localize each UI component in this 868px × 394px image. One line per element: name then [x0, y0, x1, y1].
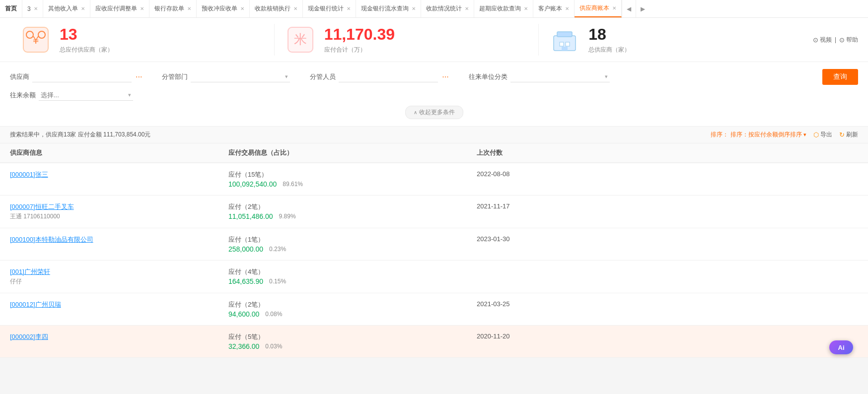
refresh-button[interactable]: ↻ 刷新	[839, 131, 858, 139]
chevron-down-icon[interactable]: ▾	[603, 73, 610, 80]
person-dots[interactable]: ···	[442, 72, 448, 81]
col-header-transaction: 应付交易信息（占比）	[228, 148, 477, 157]
chevron-down-icon[interactable]: ▾	[803, 131, 806, 137]
supplier-link[interactable]: [000012]广州贝瑞	[10, 300, 228, 309]
chevron-down-icon[interactable]: ▾	[126, 92, 133, 98]
tx-amount[interactable]: 32,366.00	[228, 342, 259, 350]
nav-prev-arrow[interactable]: ◀	[622, 0, 636, 17]
tx-amount[interactable]: 11,051,486.00	[228, 212, 273, 220]
payable-suppliers-label: 总应付供应商（家）	[60, 46, 113, 54]
close-icon[interactable]: ✕	[140, 6, 144, 11]
close-icon[interactable]: ✕	[612, 5, 616, 11]
svg-text:米: 米	[294, 32, 307, 47]
close-icon[interactable]: ✕	[524, 6, 528, 11]
supplier-link[interactable]: [000007]恒旺二手叉车	[10, 202, 228, 211]
col-header-supplier: 供应商信息	[10, 148, 228, 157]
supplier-link[interactable]: [000002]李四	[10, 332, 228, 341]
tx-amount[interactable]: 94,600.00	[228, 310, 259, 318]
nav-tab-home[interactable]: 首页	[0, 0, 22, 17]
supplier-dots[interactable]: ···	[136, 72, 142, 81]
payable-total-number: 11,170.39	[324, 25, 395, 44]
result-actions: 排序： 排序：按应付余额倒序排序 ▾ ⬡ 导出 ↻ 刷新	[711, 131, 858, 139]
dept-select[interactable]: ▾	[191, 71, 290, 82]
supplier-link[interactable]: [000100]本特勒油品有限公司	[10, 235, 228, 244]
export-label: 导出	[820, 131, 832, 139]
table-header: 供应商信息 应付交易信息（占比） 上次付数	[0, 143, 868, 163]
nav-tab-bank-deposit[interactable]: 银行存款单 ✕	[149, 0, 197, 17]
nav-tab-customer-ledger[interactable]: 客户账本 ✕	[533, 0, 575, 17]
close-icon[interactable]: ✕	[347, 6, 351, 11]
dept-label: 分管部门	[162, 72, 188, 81]
last-pay-cell: 2022-08-08	[477, 170, 858, 178]
nav-tab-pre-receive-label: 预收冲应收单	[202, 4, 237, 13]
nav-tab-receipt-stat[interactable]: 收款情况统计 ✕	[421, 0, 474, 17]
nav-tab-overdue-label: 超期应收款查询	[479, 4, 521, 13]
nav-tab-bank-deposit-label: 银行存款单	[154, 4, 184, 13]
tx-label: 应付（4笔）	[228, 267, 477, 276]
last-pay-cell: 2021-03-25	[477, 300, 858, 308]
total-suppliers-icon	[549, 24, 580, 56]
category-input[interactable]	[510, 71, 603, 82]
close-icon[interactable]: ✕	[293, 6, 297, 11]
supplier-cell: [000012]广州贝瑞	[10, 300, 228, 309]
summary-info-total-suppliers: 18 总供应商（家）	[588, 25, 630, 54]
table-row[interactable]: [000007]恒旺二手叉车 王通 17106110000 应付（2笔） 11,…	[0, 196, 868, 228]
table-rows: [000001]张三 应付（15笔） 100,092,540.00 89.61%…	[0, 163, 868, 358]
tx-amount[interactable]: 258,000.00	[228, 245, 263, 253]
tx-amount[interactable]: 164,635.90	[228, 277, 263, 285]
nav-tab-overdue[interactable]: 超期应收款查询 ✕	[474, 0, 533, 17]
close-icon[interactable]: ✕	[34, 6, 38, 11]
table-row[interactable]: [000002]李四 应付（5笔） 32,366.00 0.03% 2020-1…	[0, 326, 868, 358]
payable-total-icon: 米	[285, 24, 316, 56]
supplier-input[interactable]	[32, 71, 132, 82]
collapse-button[interactable]: ∧ 收起更多条件	[405, 106, 463, 119]
close-icon[interactable]: ✕	[187, 6, 191, 11]
table-row[interactable]: [000001]张三 应付（15笔） 100,092,540.00 89.61%…	[0, 163, 868, 196]
export-button[interactable]: ⬡ 导出	[813, 131, 832, 139]
nav-tab-cash-flow[interactable]: 现金银行流水查询 ✕	[356, 0, 421, 17]
tx-percent: 9.89%	[279, 213, 296, 220]
category-select[interactable]: ▾	[510, 71, 610, 82]
export-icon: ⬡	[813, 131, 819, 138]
close-icon[interactable]: ✕	[240, 6, 244, 11]
supplier-link[interactable]: [001]广州荣轩	[10, 267, 228, 276]
close-icon[interactable]: ✕	[412, 6, 416, 11]
close-icon[interactable]: ✕	[465, 6, 469, 11]
table-row[interactable]: [000100]本特勒油品有限公司 应付（1笔） 258,000.00 0.23…	[0, 228, 868, 261]
query-button[interactable]: 查询	[822, 69, 858, 85]
nav-tab-adjust[interactable]: 应收应付调整单 ✕	[90, 0, 149, 17]
balance-input[interactable]	[39, 90, 126, 100]
ai-button[interactable]: Ai	[829, 340, 853, 354]
nav-tab-3-label: 3	[27, 5, 31, 12]
supplier-cell: [000002]李四	[10, 332, 228, 341]
nav-tab-cash-stat[interactable]: 现金银行统计 ✕	[303, 0, 356, 17]
sort-control[interactable]: 排序： 排序：按应付余额倒序排序 ▾	[711, 131, 806, 139]
result-bar: 搜索结果中，供应商13家 应付金额 111,703,854.00元 排序： 排序…	[0, 127, 868, 143]
video-link[interactable]: 视频	[820, 36, 832, 44]
person-input[interactable]	[339, 71, 438, 82]
supplier-cell: [000100]本特勒油品有限公司	[10, 235, 228, 244]
top-right-links: ⊙ 视频 | ⊙ 帮助	[803, 36, 858, 44]
close-icon[interactable]: ✕	[81, 6, 85, 11]
nav-tab-3[interactable]: 3 ✕	[22, 0, 43, 17]
sort-value[interactable]: 排序：按应付余额倒序排序	[730, 131, 802, 138]
nav-tab-supplier-ledger[interactable]: 供应商账本 ✕	[575, 0, 622, 17]
supplier-cell: [001]广州荣轩 仔仔	[10, 267, 228, 286]
nav-tab-pre-receive[interactable]: 预收冲应收单 ✕	[197, 0, 250, 17]
nav-next-arrow[interactable]: ▶	[636, 0, 650, 17]
table-row[interactable]: [001]广州荣轩 仔仔 应付（4笔） 164,635.90 0.15%	[0, 261, 868, 293]
tx-amount[interactable]: 100,092,540.00	[228, 180, 277, 188]
help-link[interactable]: 帮助	[846, 36, 858, 44]
tx-label: 应付（15笔）	[228, 170, 477, 179]
last-pay-cell: 2020-11-20	[477, 332, 858, 340]
balance-select[interactable]: ▾	[39, 90, 133, 101]
dept-input[interactable]	[191, 71, 283, 82]
nav-tab-other-income[interactable]: 其他收入单 ✕	[43, 0, 90, 17]
result-info: 搜索结果中，供应商13家 应付金额 111,703,854.00元	[10, 131, 711, 139]
tx-percent: 0.08%	[265, 311, 282, 318]
nav-tab-collection[interactable]: 收款核销执行 ✕	[250, 0, 303, 17]
chevron-down-icon[interactable]: ▾	[283, 73, 290, 80]
close-icon[interactable]: ✕	[565, 6, 569, 11]
supplier-link[interactable]: [000001]张三	[10, 170, 228, 179]
table-row[interactable]: [000012]广州贝瑞 应付（2笔） 94,600.00 0.08% 2021…	[0, 293, 868, 326]
